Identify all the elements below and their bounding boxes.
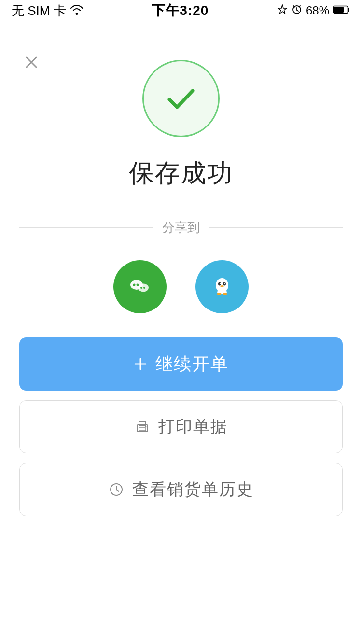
- alarm-icon: [292, 4, 302, 17]
- qq-share-button[interactable]: [195, 260, 249, 313]
- share-section: 分享到: [0, 219, 362, 313]
- success-title: 保存成功: [129, 156, 233, 190]
- battery-icon: [333, 4, 350, 17]
- print-icon: [134, 419, 151, 435]
- share-icons: [19, 260, 343, 313]
- svg-point-10: [143, 287, 145, 289]
- history-label: 查看销货单历史: [132, 478, 254, 501]
- status-time: 下午3:20: [152, 1, 209, 20]
- print-button[interactable]: 打印单据: [19, 400, 343, 453]
- battery-text: 68%: [306, 4, 329, 17]
- svg-point-9: [140, 287, 142, 289]
- action-buttons: 继续开单 打印单据 查看销货单历史: [0, 337, 362, 516]
- svg-point-19: [223, 293, 227, 295]
- continue-label: 继续开单: [155, 352, 229, 376]
- close-button[interactable]: [19, 50, 43, 74]
- svg-point-16: [224, 283, 225, 284]
- continue-button[interactable]: 继续开单: [19, 337, 343, 391]
- success-icon-circle: [142, 60, 220, 137]
- svg-point-18: [217, 293, 222, 295]
- location-icon: [277, 4, 288, 17]
- wechat-share-button[interactable]: [113, 260, 167, 313]
- svg-rect-2: [334, 7, 344, 13]
- sim-text: 无 SIM 卡: [12, 2, 66, 19]
- share-label: 分享到: [162, 219, 200, 236]
- clock-icon: [108, 481, 125, 498]
- svg-point-6: [133, 284, 136, 286]
- svg-point-13: [218, 282, 221, 286]
- history-button[interactable]: 查看销货单历史: [19, 463, 343, 516]
- wifi-icon: [70, 3, 84, 18]
- main-content: 保存成功 分享到: [0, 21, 362, 644]
- svg-point-15: [220, 283, 221, 284]
- svg-point-25: [145, 426, 147, 428]
- svg-point-7: [137, 284, 139, 286]
- svg-rect-24: [139, 428, 146, 431]
- svg-point-14: [223, 282, 226, 286]
- status-left: 无 SIM 卡: [12, 2, 84, 19]
- svg-point-17: [221, 285, 224, 287]
- plus-icon: [133, 357, 148, 371]
- share-divider: 分享到: [19, 219, 343, 236]
- status-bar: 无 SIM 卡 下午3:20 68%: [0, 0, 362, 21]
- status-right: 68%: [277, 4, 350, 17]
- print-label: 打印单据: [158, 416, 228, 438]
